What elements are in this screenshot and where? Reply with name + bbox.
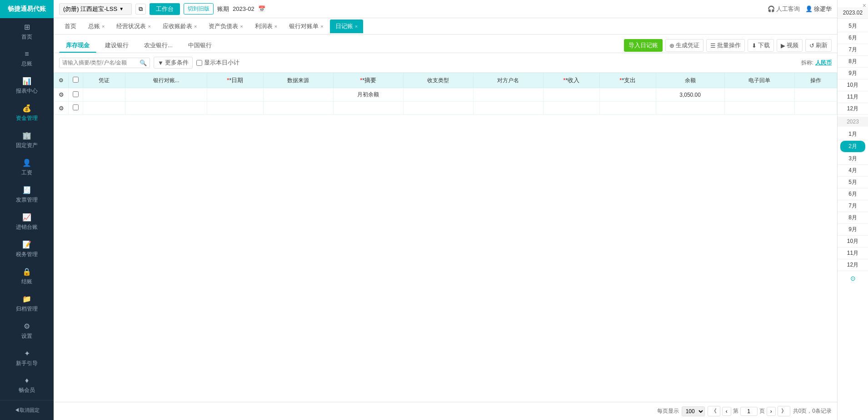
topbar: (勿册) 江西超宝-LSS ▼ ⧉ 工作台 切到旧版 账期 2023-02 📅 …: [54, 0, 837, 18]
action-cell[interactable]: [794, 102, 837, 115]
sidebar-item-guide[interactable]: ✦ 新手引导: [0, 345, 54, 372]
tabs-bar: 首页 总账 × 经营状况表 × 应收账龄表 × 资产负债表 × 利润表 × 银行…: [54, 18, 837, 35]
calendar-icon[interactable]: 📅: [258, 5, 265, 12]
rp-prev-month-item[interactable]: 6月: [838, 32, 868, 44]
download-button[interactable]: ⬇ 下载: [748, 39, 774, 52]
rp-month-item[interactable]: 10月: [838, 236, 868, 247]
bank-account-cell: [125, 88, 207, 102]
rp-prev-month-item[interactable]: 12月: [838, 103, 868, 115]
rp-month-item[interactable]: 6月: [838, 188, 868, 200]
tab-bank[interactable]: 银行对账单 ×: [284, 20, 329, 33]
tab-assets-close[interactable]: ×: [240, 24, 243, 29]
workbench-button[interactable]: 工作台: [150, 3, 180, 15]
sidebar-item-home[interactable]: ⊞ 首页: [0, 18, 54, 45]
batch-op-button[interactable]: ☰ 批量操作: [706, 39, 745, 52]
rp-prev-month-item[interactable]: 10月: [838, 79, 868, 91]
service-button[interactable]: 🎧 人工客询: [768, 5, 800, 13]
generate-voucher-button[interactable]: ⊕ 生成凭证: [665, 39, 703, 52]
currency-value[interactable]: 人民币: [815, 59, 832, 67]
rp-month-item[interactable]: 1月: [838, 128, 868, 140]
sidebar-item-invoice[interactable]: 🧾 发票管理: [0, 181, 54, 208]
sidebar-item-archive[interactable]: 📁 归档管理: [0, 290, 54, 317]
sidebar-item-salary[interactable]: 👤 工资: [0, 154, 54, 181]
e-statement-col-header: 电子回单: [724, 73, 794, 88]
rp-month-item[interactable]: 9月: [838, 224, 868, 236]
unfix-sidebar-button[interactable]: ◀取消固定: [0, 404, 54, 416]
sidebar-item-assets[interactable]: 🏢 固定资产: [0, 127, 54, 154]
rp-month-item[interactable]: 7月: [838, 200, 868, 212]
tab-receivable[interactable]: 应收账龄表 ×: [157, 20, 202, 33]
rp-month-item[interactable]: 2月: [840, 141, 865, 153]
sub-tab-ccb[interactable]: 建设银行: [98, 39, 135, 52]
checkbox-cell[interactable]: [69, 88, 83, 102]
tab-receivable-close[interactable]: ×: [194, 24, 197, 29]
rp-prev-month-item[interactable]: 11月: [838, 91, 868, 103]
page-size-select[interactable]: 100 20 50 200: [682, 406, 705, 416]
counterpart-cell: [473, 88, 543, 102]
total-records: 共0页，0条记录: [793, 407, 832, 415]
expense-col-header: **支出: [599, 73, 656, 88]
sidebar-item-settings[interactable]: ⚙ 设置: [0, 317, 54, 345]
tab-operation[interactable]: 经营状况表 ×: [111, 20, 156, 33]
settings-cell[interactable]: ⚙: [54, 102, 69, 115]
show-daily-checkbox[interactable]: 显示本日小计: [196, 59, 239, 67]
sub-tab-abc[interactable]: 农业银行...: [137, 39, 180, 52]
tab-profit[interactable]: 利润表 ×: [249, 20, 283, 33]
tab-daily-close[interactable]: ×: [355, 24, 358, 29]
select-all-checkbox[interactable]: [73, 77, 79, 83]
sub-tabs-bar: 库存现金 建设银行 农业银行... 中国银行 导入日记账 ⊕ 生成凭证 ☰: [54, 35, 837, 53]
rp-month-item[interactable]: 3月: [838, 153, 868, 165]
prev-page-button[interactable]: ‹: [722, 407, 731, 416]
tab-ledger[interactable]: 总账 ×: [83, 20, 110, 33]
close-panel-button[interactable]: ×: [863, 2, 866, 9]
rp-month-item[interactable]: 12月: [838, 259, 868, 271]
action-cell[interactable]: [794, 88, 837, 102]
tab-assets[interactable]: 资产负债表 ×: [203, 20, 248, 33]
rp-prev-month-item[interactable]: 8月: [838, 56, 868, 68]
sidebar-item-funds[interactable]: 💰 资金管理: [0, 99, 54, 127]
sidebar-item-member[interactable]: ♦ 畅会员: [0, 372, 54, 399]
refresh-button[interactable]: ↺ 刷新: [805, 39, 832, 52]
tab-operation-close[interactable]: ×: [148, 24, 150, 29]
sidebar-item-close[interactable]: 🔒 结账: [0, 263, 54, 290]
page-number-input[interactable]: [740, 407, 758, 416]
rp-month-item[interactable]: 4月: [838, 165, 868, 177]
row-checkbox[interactable]: [73, 104, 79, 110]
last-page-button[interactable]: 》: [778, 406, 790, 416]
sidebar-item-reports[interactable]: 📊 报表中心: [0, 72, 54, 99]
sub-tab-boc[interactable]: 中国银行: [181, 39, 219, 52]
copy-button[interactable]: ⧉: [135, 4, 146, 15]
rp-prev-month-item[interactable]: 5月: [838, 20, 868, 32]
scroll-down-button[interactable]: ⊙: [838, 273, 868, 284]
search-input[interactable]: [62, 59, 140, 66]
first-page-button[interactable]: 《: [708, 406, 720, 416]
daily-checkbox-input[interactable]: [196, 60, 202, 66]
row-checkbox[interactable]: [73, 91, 79, 97]
sidebar-item-tax[interactable]: 📝 税务管理: [0, 236, 54, 263]
sidebar-item-ledger[interactable]: ≡ 总账: [0, 45, 54, 72]
checkbox-cell[interactable]: [69, 102, 83, 115]
tab-profit-close[interactable]: ×: [274, 24, 277, 29]
company-selector[interactable]: (勿册) 江西超宝-LSS ▼: [59, 3, 132, 15]
video-button[interactable]: ▶ 视频: [777, 39, 803, 52]
next-page-button[interactable]: ›: [767, 407, 776, 416]
tab-bank-close[interactable]: ×: [320, 24, 323, 29]
rp-month-item[interactable]: 5月: [838, 177, 868, 188]
search-box[interactable]: 🔍: [59, 58, 150, 68]
rp-prev-month-item[interactable]: 7月: [838, 44, 868, 56]
filter-button[interactable]: ▼ 更多条件: [154, 57, 193, 69]
sub-tab-cash[interactable]: 库存现金: [59, 39, 96, 53]
sidebar-item-sales[interactable]: 📈 进销台账: [0, 208, 54, 236]
back-button[interactable]: 切到旧版: [184, 3, 214, 15]
rp-month-item[interactable]: 11月: [838, 247, 868, 259]
import-button[interactable]: 导入日记账: [624, 39, 663, 52]
settings-cell[interactable]: ⚙: [54, 88, 69, 102]
tab-ledger-close[interactable]: ×: [102, 24, 105, 29]
tab-daily[interactable]: 日记账 ×: [330, 20, 363, 33]
tab-home[interactable]: 首页: [59, 20, 82, 33]
rp-month-item[interactable]: 8月: [838, 212, 868, 224]
rp-prev-month-item[interactable]: 9月: [838, 68, 868, 79]
settings-col-header[interactable]: ⚙: [54, 73, 69, 88]
archive-icon: 📁: [22, 295, 31, 303]
user-button[interactable]: 👤 徐逻华: [805, 5, 832, 13]
